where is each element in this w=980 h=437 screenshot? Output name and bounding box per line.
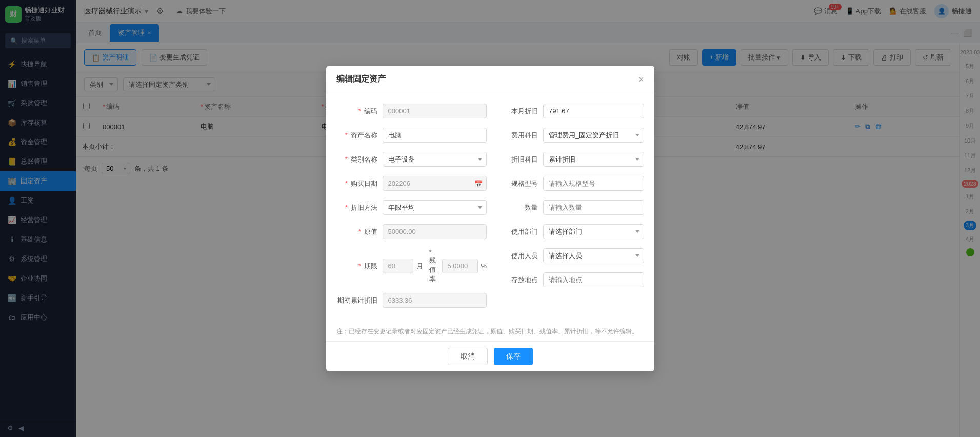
- code-input[interactable]: [383, 104, 487, 118]
- quantity-label: 数量: [497, 203, 543, 212]
- form-item-asset-name: * 资产名称: [336, 128, 487, 143]
- asset-name-input[interactable]: [383, 128, 487, 143]
- storage-input[interactable]: [543, 272, 644, 287]
- modal-close-btn[interactable]: ×: [638, 75, 644, 84]
- asset-name-label: * 资产名称: [336, 131, 383, 140]
- form-item-spec-model: 规格型号: [497, 176, 644, 191]
- code-label-text: 编码: [364, 107, 377, 115]
- use-dept-select[interactable]: 请选择部门: [543, 224, 644, 239]
- form-item-expense-subject: 费用科目 管理费用_固定资产折旧: [497, 128, 644, 143]
- residual-rate-label-text: 残值率: [429, 256, 436, 283]
- expense-subject-select[interactable]: 管理费用_固定资产折旧: [543, 128, 644, 143]
- main-area: 医疗器械行业演示 ▾ ⚙ ☁ 我要体验一下 💬 消息 99+ 📱 App下载: [76, 0, 980, 437]
- form-item-category: * 类别名称 电子设备: [336, 152, 487, 167]
- expense-subject-label-text: 费用科目: [511, 131, 538, 139]
- modal-overlay: 编辑固定资产 × * 编码: [76, 43, 980, 437]
- dep-subject-select[interactable]: 累计折旧: [543, 152, 644, 167]
- spec-model-label-text: 规格型号: [511, 180, 538, 187]
- period-wrapper: 月 * 残值率 %: [383, 248, 487, 284]
- form-item-use-person: 使用人员 请选择人员: [497, 248, 644, 263]
- form-item-monthly-dep: 本月折旧: [497, 104, 644, 118]
- use-dept-label: 使用部门: [497, 227, 543, 236]
- initial-accum-input[interactable]: [383, 293, 487, 308]
- residual-rate-unit: %: [481, 262, 487, 270]
- quantity-input[interactable]: [543, 200, 644, 215]
- form-item-purchase-date: * 购买日期 📅: [336, 176, 487, 191]
- edit-asset-modal: 编辑固定资产 × * 编码: [326, 66, 654, 371]
- dep-method-label-text: 折旧方法: [351, 204, 377, 211]
- main-body: 📋 资产明细 📄 变更生成凭证 对账: [76, 43, 980, 437]
- residual-rate-input[interactable]: [442, 259, 478, 273]
- quantity-label-text: 数量: [525, 204, 538, 211]
- modal-title: 编辑固定资产: [336, 74, 386, 85]
- modal-note-text: 注：已经存在变更记录或者对应固定资产已经生成凭证，原值、购买日期、残值率、累计折…: [336, 328, 638, 335]
- form-item-dep-subject: 折旧科目 累计折旧: [497, 152, 644, 167]
- dep-method-select[interactable]: 年限平均: [383, 200, 487, 215]
- code-req-star: *: [358, 107, 361, 115]
- spec-model-label: 规格型号: [497, 179, 543, 188]
- category-label-text: 类别名称: [351, 155, 377, 163]
- asset-name-label-text: 资产名称: [351, 131, 377, 139]
- cancel-btn[interactable]: 取消: [448, 348, 488, 365]
- form-item-period: * 期限 月 * 残值率: [336, 248, 487, 284]
- period-input[interactable]: [383, 259, 413, 273]
- original-value-label: * 原值: [336, 227, 383, 236]
- form-item-code: * 编码: [336, 104, 487, 118]
- form-item-initial-accum: 期初累计折旧: [336, 293, 487, 308]
- use-person-select[interactable]: 请选择人员: [543, 248, 644, 263]
- modal-footer: 取消 保存: [326, 341, 654, 371]
- category-label: * 类别名称: [336, 155, 383, 164]
- expense-subject-label: 费用科目: [497, 131, 543, 140]
- monthly-dep-label-text: 本月折旧: [511, 107, 538, 115]
- modal-form: * 编码 * 资产名称: [336, 104, 644, 317]
- modal-body: * 编码 * 资产名称: [326, 93, 654, 327]
- initial-accum-label-text: 期初累计折旧: [337, 296, 377, 304]
- period-label: * 期限: [336, 262, 383, 271]
- spec-model-input[interactable]: [543, 176, 644, 191]
- dep-method-label: * 折旧方法: [336, 203, 383, 212]
- original-value-label-text: 原值: [364, 228, 377, 235]
- category-select[interactable]: 电子设备: [383, 152, 487, 167]
- form-item-original-value: * 原值: [336, 224, 487, 239]
- storage-label-text: 存放地点: [511, 276, 538, 284]
- purchase-date-input[interactable]: [383, 176, 487, 191]
- form-item-quantity: 数量: [497, 200, 644, 215]
- modal-header: 编辑固定资产 ×: [326, 66, 654, 93]
- modal-note: 注：已经存在变更记录或者对应固定资产已经生成凭证，原值、购买日期、残值率、累计折…: [326, 327, 654, 341]
- form-item-dep-method: * 折旧方法 年限平均: [336, 200, 487, 215]
- form-item-use-dept: 使用部门 请选择部门: [497, 224, 644, 239]
- form-left-col: * 编码 * 资产名称: [336, 104, 487, 317]
- code-label: * 编码: [336, 107, 383, 116]
- period-label-text: 期限: [364, 262, 377, 270]
- purchase-date-wrapper: 📅: [383, 176, 487, 191]
- period-unit: 月: [416, 262, 423, 271]
- monthly-dep-input[interactable]: [543, 104, 644, 118]
- monthly-dep-label: 本月折旧: [497, 107, 543, 116]
- storage-label: 存放地点: [497, 275, 543, 285]
- purchase-date-label: * 购买日期: [336, 179, 383, 188]
- purchase-date-label-text: 购买日期: [351, 180, 377, 187]
- use-person-label: 使用人员: [497, 251, 543, 261]
- use-dept-label-text: 使用部门: [511, 228, 538, 235]
- form-right-col: 本月折旧 费用科目 管理费用: [497, 104, 644, 317]
- initial-accum-label: 期初累计折旧: [336, 296, 383, 305]
- residual-rate-label: * 残值率: [429, 248, 436, 284]
- save-btn[interactable]: 保存: [494, 348, 533, 365]
- form-item-storage: 存放地点: [497, 272, 644, 287]
- dep-subject-label-text: 折旧科目: [511, 155, 538, 163]
- use-person-label-text: 使用人员: [511, 252, 538, 260]
- original-value-input[interactable]: [383, 224, 487, 239]
- dep-subject-label: 折旧科目: [497, 155, 543, 164]
